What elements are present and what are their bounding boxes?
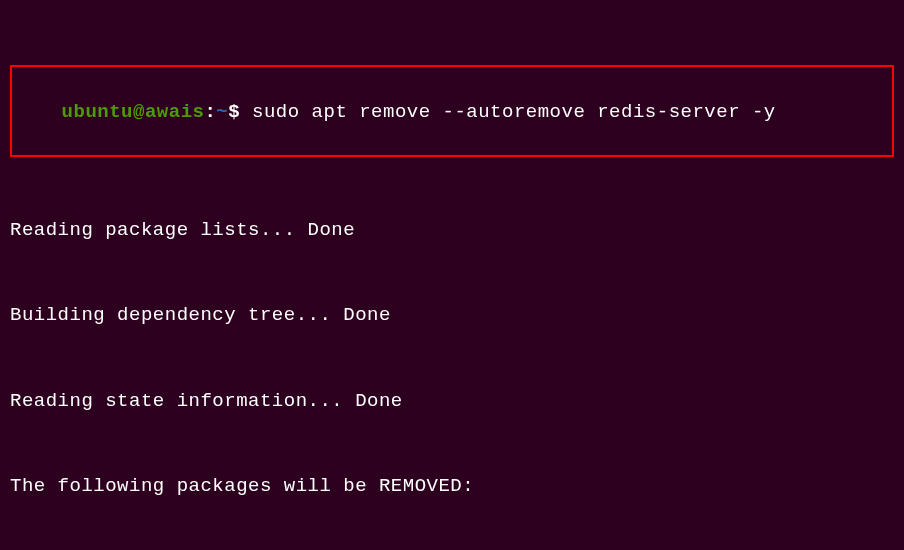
highlighted-command-box: ubuntu@awais:~$ sudo apt remove --autore… xyxy=(10,65,894,157)
terminal-window[interactable]: ubuntu@awais:~$ sudo apt remove --autore… xyxy=(10,8,894,550)
output-reading-state: Reading state information... Done xyxy=(10,387,894,416)
output-building-tree: Building dependency tree... Done xyxy=(10,301,894,330)
path-1: ~ xyxy=(216,101,228,123)
user-host-1: ubuntu@awais xyxy=(62,101,205,123)
output-removed-header: The following packages will be REMOVED: xyxy=(10,472,894,501)
colon-1: : xyxy=(204,101,216,123)
dollar-1: $ xyxy=(228,101,252,123)
prompt-line-1: ubuntu@awais:~$ sudo apt remove --autore… xyxy=(62,101,776,123)
command-text: sudo apt remove --autoremove redis-serve… xyxy=(252,101,776,123)
output-reading-packages: Reading package lists... Done xyxy=(10,216,894,245)
